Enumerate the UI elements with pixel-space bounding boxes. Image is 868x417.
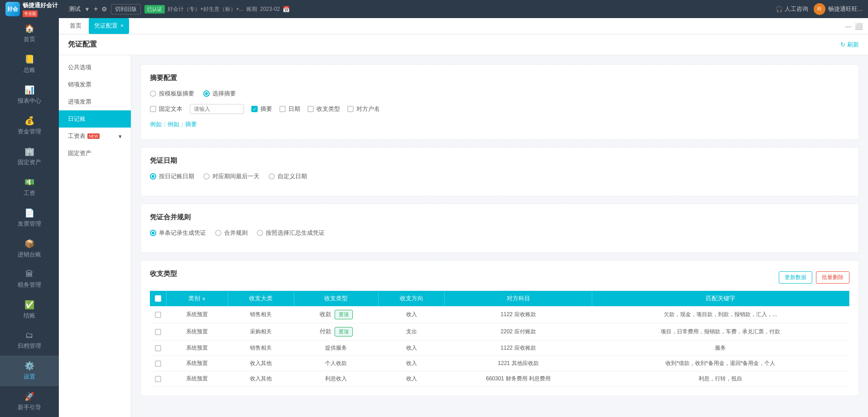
row-checkbox-2[interactable] bbox=[155, 329, 161, 335]
funds-icon: 💰 bbox=[24, 116, 34, 126]
radio-dot-select bbox=[203, 90, 210, 97]
row-checkbox-5[interactable] bbox=[155, 376, 161, 382]
help-button[interactable]: 🎧 人工咨询 bbox=[776, 5, 808, 13]
sidebar-item-settle[interactable]: ✅ 结账 bbox=[0, 294, 59, 325]
merge-rules-radio-group: 单条记录生成凭证 合并规则 按照选择汇总生成凭证 bbox=[150, 229, 849, 237]
logo: 好会 畅捷通好会计 专业版 bbox=[5, 1, 64, 17]
add-icon[interactable]: + bbox=[94, 5, 98, 13]
reset-btn-1[interactable]: 置顶 bbox=[335, 310, 353, 319]
cb-fixed-text-box bbox=[150, 106, 156, 112]
radio-period-last[interactable]: 对应期间最后一天 bbox=[203, 172, 259, 180]
period-label: 账期 bbox=[246, 5, 257, 13]
sidebar-item-home[interactable]: 🏠 首页 bbox=[0, 18, 59, 49]
calendar-icon[interactable]: 📅 bbox=[283, 6, 290, 13]
refresh-icon: ↻ bbox=[840, 41, 845, 48]
row-checkbox-1[interactable] bbox=[155, 312, 161, 318]
table-row: 系统预置 销售相关 收款 置顶 收入 1122 应收账款 欠款，现金，项目款，到… bbox=[150, 306, 849, 323]
radio-select-summary[interactable]: 按照选择汇总生成凭证 bbox=[257, 229, 325, 237]
nav-item-fixed-assets[interactable]: 固定资产 bbox=[59, 145, 131, 162]
certified-tag: 已认证 bbox=[144, 5, 165, 14]
main-layout: 🏠 首页 📒 总账 📊 报表中心 💰 资金管理 🏢 固定资产 💵 工资 📄 发票… bbox=[0, 18, 868, 417]
tags-text: 好会计（专）+好生意（标）+... bbox=[168, 5, 244, 13]
gear-icon[interactable]: ⚙ bbox=[101, 5, 107, 13]
example-text: 例如：例如：摘要 bbox=[150, 118, 849, 130]
sidebar-item-invoice[interactable]: 📄 发票管理 bbox=[0, 203, 59, 233]
row-checkbox-3[interactable] bbox=[155, 345, 161, 351]
row-checkbox-4[interactable] bbox=[155, 360, 161, 367]
reset-btn-2[interactable]: 置顶 bbox=[335, 327, 353, 336]
sidebar-item-salary[interactable]: 💵 工资 bbox=[0, 172, 59, 203]
nav-item-wage-table[interactable]: 工资表 NEW ▾ bbox=[59, 128, 131, 145]
assets-icon: 🏢 bbox=[24, 147, 34, 156]
cb-type-box bbox=[307, 106, 314, 112]
sidebar-item-funds[interactable]: 💰 资金管理 bbox=[0, 110, 59, 141]
cb-type[interactable]: 收支类型 bbox=[307, 105, 340, 113]
dropdown-arrow-icon[interactable]: ▼ bbox=[84, 6, 90, 13]
summary-config-section: 摘要配置 按模板版摘要 选择摘要 bbox=[140, 64, 859, 140]
update-data-button[interactable]: 更新数据 bbox=[779, 271, 812, 284]
income-expense-title: 收支类型 bbox=[150, 270, 177, 278]
nav-item-journal[interactable]: 日记账 bbox=[59, 110, 131, 128]
voucher-date-section: 凭证日期 按日记账日期 对应期间最后一天 bbox=[140, 147, 859, 196]
topbar-center: 测试 ▼ + ⚙ 切到旧版 已认证 好会计（专）+好生意（标）+... 账期 2… bbox=[69, 4, 771, 14]
sidebar-item-reports[interactable]: 📊 报表中心 bbox=[0, 80, 59, 110]
sidebar-item-archive[interactable]: 🗂 归档管理 bbox=[0, 325, 59, 355]
topbar-tags: 已认证 好会计（专）+好生意（标）+... 账期 2023-02 📅 bbox=[144, 5, 290, 14]
th-category: 类别 ∨ bbox=[166, 291, 228, 306]
th-type: 收支类型 bbox=[294, 291, 379, 306]
avatar: 旺 bbox=[814, 3, 825, 15]
logo-text: 畅捷通好会计 专业版 bbox=[23, 1, 58, 17]
ledger-icon: 📒 bbox=[24, 54, 34, 64]
purchase-icon: 📦 bbox=[24, 239, 34, 249]
nav-item-purchase-invoice[interactable]: 进项发票 bbox=[59, 93, 131, 110]
nav-item-public[interactable]: 公共选项 bbox=[59, 59, 131, 76]
topbar-right: 🎧 人工咨询 旺 畅捷通旺旺... bbox=[776, 3, 863, 15]
select-all-checkbox[interactable] bbox=[155, 295, 161, 302]
income-expense-table: 类别 ∨ 收支大类 收支类型 收支方向 对方科目 匹配关键字 bbox=[150, 291, 849, 387]
sidebar-item-purchase[interactable]: 📦 进销台账 bbox=[0, 233, 59, 264]
refresh-button[interactable]: ↻ 刷新 bbox=[840, 41, 859, 49]
page-body: 公共选项 销项发票 进项发票 日记账 工资表 NEW bbox=[59, 55, 868, 417]
sidebar: 🏠 首页 📒 总账 📊 报表中心 💰 资金管理 🏢 固定资产 💵 工资 📄 发票… bbox=[0, 18, 59, 417]
table-row: 系统预置 收入其他 个人收款 收入 1221 其他应收款 收到*借款，收到*备用… bbox=[150, 356, 849, 371]
cb-summary-box: ✓ bbox=[251, 106, 258, 112]
table-row: 系统预置 收入其他 利息收入 收入 660301 财务费用 利息费用 利息，行转… bbox=[150, 371, 849, 387]
table-row: 系统预置 销售相关 提供服务 收入 1122 应收账款 服务 bbox=[150, 341, 849, 356]
radio-dot-template bbox=[150, 90, 156, 97]
cb-date[interactable]: 日期 bbox=[279, 105, 300, 113]
sidebar-item-assets[interactable]: 🏢 固定资产 bbox=[0, 141, 59, 172]
archive-icon: 🗂 bbox=[25, 331, 34, 340]
expand-icon[interactable]: ⬜ bbox=[855, 23, 863, 30]
user-menu[interactable]: 旺 畅捷通旺旺... bbox=[814, 3, 863, 15]
cb-fixed-text[interactable]: 固定文本 bbox=[150, 105, 182, 113]
radio-merge[interactable]: 合并规则 bbox=[215, 229, 248, 237]
minimize-icon[interactable]: — bbox=[845, 23, 851, 30]
voucher-date-title: 凭证日期 bbox=[150, 156, 849, 165]
radio-journal-date[interactable]: 按日记账日期 bbox=[150, 172, 194, 180]
merge-rules-title: 凭证合并规则 bbox=[150, 213, 849, 222]
home-icon: 🏠 bbox=[24, 24, 34, 33]
batch-delete-button[interactable]: 批量删除 bbox=[816, 271, 849, 284]
sidebar-item-settings[interactable]: ⚙️ 设置 bbox=[0, 355, 59, 386]
cb-summary[interactable]: ✓ 摘要 bbox=[251, 105, 272, 113]
merge-rules-section: 凭证合并规则 单条记录生成凭证 合并规则 bbox=[140, 204, 859, 253]
radio-single[interactable]: 单条记录生成凭证 bbox=[150, 229, 206, 237]
tab-home[interactable]: 首页 bbox=[64, 18, 87, 34]
expand-nav-icon[interactable]: ▾ bbox=[119, 133, 122, 140]
radio-dot-period-last bbox=[203, 173, 210, 180]
invoice-icon: 📄 bbox=[24, 208, 34, 218]
nav-item-sales-invoice[interactable]: 销项发票 bbox=[59, 76, 131, 93]
radio-select-summary[interactable]: 选择摘要 bbox=[203, 90, 236, 98]
fixed-text-input[interactable] bbox=[190, 104, 244, 114]
cb-counterparty[interactable]: 对方户名 bbox=[347, 105, 380, 113]
switch-version-button[interactable]: 切到旧版 bbox=[111, 4, 141, 14]
tab-close-icon[interactable]: × bbox=[120, 23, 124, 29]
cb-date-box bbox=[279, 106, 286, 112]
th-direction: 收支方向 bbox=[379, 291, 445, 306]
tab-voucher-config[interactable]: 凭证配置 × bbox=[89, 18, 129, 34]
radio-template[interactable]: 按模板版摘要 bbox=[150, 90, 194, 98]
sidebar-item-ledger[interactable]: 📒 总账 bbox=[0, 49, 59, 80]
sidebar-item-tax[interactable]: 🏛 税务管理 bbox=[0, 264, 59, 294]
radio-custom-date[interactable]: 自定义日期 bbox=[269, 172, 307, 180]
sidebar-item-guide[interactable]: 🚀 新手引导 bbox=[0, 386, 59, 417]
